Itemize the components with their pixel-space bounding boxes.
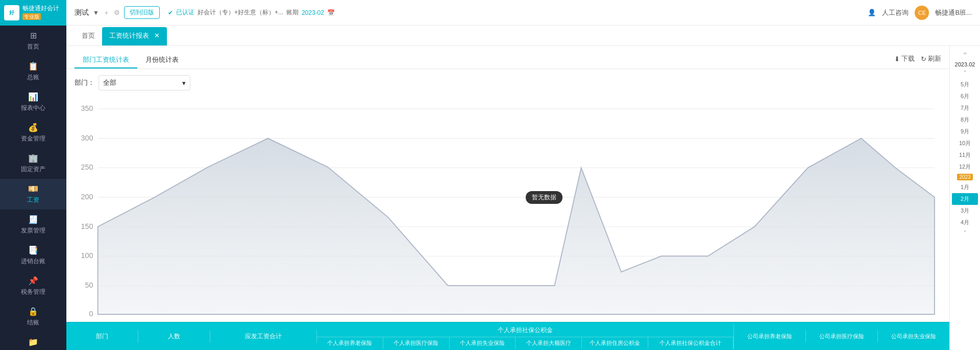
side-up-icon[interactable]: ˄: [963, 68, 967, 79]
side-month-10[interactable]: 10月: [950, 137, 980, 149]
sidebar-label-sales: 进销台账: [21, 257, 45, 266]
side-month-11[interactable]: 11月: [950, 149, 980, 161]
closing-icon: 🔒: [28, 307, 38, 316]
sub-tab-dept[interactable]: 部门工资统计表: [75, 52, 137, 68]
reports-icon: 📊: [28, 92, 38, 102]
sidebar-label-invoice: 发票管理: [21, 226, 45, 235]
sidebar-item-archive[interactable]: 📁归档管理: [0, 332, 66, 350]
col-total-label: 应发工资合计: [245, 332, 282, 341]
sub-tab-monthly[interactable]: 月份统计表: [137, 52, 187, 68]
status-text: 已认证: [176, 8, 194, 17]
tab-home-label: 首页: [82, 32, 95, 39]
sub-tabs: 部门工资统计表 月份统计表 ⬇ 下载 ↻ 刷新: [66, 46, 949, 69]
group-personal-cols: 个人承担养老保险 个人承担医疗保险 个人承担失业保险 个人承担大额医疗 个人承担…: [317, 337, 733, 349]
side-month-9[interactable]: 9月: [950, 126, 980, 137]
archive-icon: 📁: [28, 337, 38, 347]
logo-text: 畅捷通好会计 专业版: [22, 5, 59, 20]
content-main: 部门工资统计表 月份统计表 ⬇ 下载 ↻ 刷新: [66, 46, 949, 350]
side-year-label[interactable]: 2023.02: [953, 60, 977, 68]
side-down-icon[interactable]: ˅: [963, 228, 967, 239]
col-medical: 个人承担医疗保险: [383, 337, 450, 349]
filter-value: 全部: [103, 78, 116, 87]
svg-text:100: 100: [81, 251, 93, 260]
sidebar-item-salary[interactable]: 💴工资: [0, 179, 66, 209]
sidebar-label-ledger: 总账: [27, 73, 39, 82]
sidebar-item-sales[interactable]: 📑进销台账: [0, 240, 66, 271]
logo-name: 畅捷通好会计: [22, 5, 59, 13]
svg-text:300: 300: [81, 134, 93, 142]
sales-icon: 📑: [28, 245, 38, 255]
side-month-12[interactable]: 12月: [950, 161, 980, 173]
col-unemployment: 个人承担失业保险: [450, 337, 516, 349]
svg-text:250: 250: [81, 163, 93, 171]
side-month-5[interactable]: 5月: [950, 79, 980, 90]
add-icon[interactable]: ＋: [103, 8, 110, 17]
help-label[interactable]: 人工咨询: [882, 8, 909, 17]
salary-icon: 💴: [28, 184, 38, 194]
table-header: 部门 人数 应发工资合计 个人承担社保公积金 个人承担养老保险 个人承担医疗保险…: [66, 322, 949, 350]
tab-salary-report[interactable]: 工资统计报表 ✕: [102, 27, 167, 45]
sidebar-item-funds[interactable]: 💰资金管理: [0, 118, 66, 148]
main-area: 测试 ▼ ＋ ⚙ 切到旧版 ✔ 已认证 好会计（专）+好生意（标）+... 账期…: [66, 0, 980, 350]
sidebar-item-tax[interactable]: 📌税务管理: [0, 271, 66, 301]
content-area: 部门工资统计表 月份统计表 ⬇ 下载 ↻ 刷新: [66, 46, 980, 350]
sidebar-item-assets[interactable]: 🏢固定资产: [0, 148, 66, 179]
sidebar-item-home[interactable]: ⊞首页: [0, 26, 66, 56]
col-company-medical: 公司承担医疗保险: [806, 331, 878, 342]
side-month-6[interactable]: 6月: [950, 90, 980, 102]
col-count-label: 人数: [168, 332, 180, 341]
status-check-icon: ✔: [168, 9, 173, 16]
download-btn[interactable]: ⬇ 下载: [894, 54, 915, 63]
side-month-4[interactable]: 4月: [950, 217, 980, 228]
header-tags: 好会计（专）+好生意（标）+...: [198, 8, 283, 17]
side-year-2023-badge[interactable]: 2023: [957, 174, 972, 180]
sub-tab-dept-label: 部门工资统计表: [83, 56, 129, 63]
tab-home[interactable]: 首页: [75, 27, 102, 45]
period-value: 2023-02: [302, 9, 324, 16]
header: 测试 ▼ ＋ ⚙ 切到旧版 ✔ 已认证 好会计（专）+好生意（标）+... 账期…: [66, 0, 980, 26]
calendar-icon[interactable]: 📅: [327, 9, 335, 16]
chart-container: 350 300 250 200 150 100 50: [66, 97, 949, 322]
header-dropdown[interactable]: ▼: [93, 9, 99, 16]
side-month-8[interactable]: 8月: [950, 114, 980, 126]
sidebar-label-salary: 工资: [27, 196, 39, 204]
col-count: 人数: [138, 330, 210, 343]
tab-close-icon[interactable]: ✕: [154, 32, 160, 39]
col-pension: 个人承担养老保险: [317, 337, 383, 349]
side-month-7[interactable]: 7月: [950, 102, 980, 114]
funds-icon: 💰: [28, 123, 38, 132]
col-personal-total: 个人承担社保公积金合计: [648, 337, 733, 349]
refresh-btn[interactable]: ↻ 刷新: [921, 54, 941, 63]
sidebar-item-ledger[interactable]: 📋总账: [0, 56, 66, 87]
tax-icon: 📌: [28, 276, 38, 286]
logo-icon: 好: [4, 5, 19, 20]
side-scroll-up-icon[interactable]: ⌃: [962, 50, 968, 60]
svg-text:200: 200: [81, 193, 93, 201]
filter-row: 部门： 全部 ▾: [66, 69, 949, 97]
logo: 好 畅捷通好会计 专业版: [0, 0, 66, 26]
sidebar-label-funds: 资金管理: [21, 134, 45, 143]
col-total: 应发工资合计: [210, 330, 317, 343]
refresh-icon: ↻: [921, 55, 926, 63]
col-group-personal: 个人承担社保公积金 个人承担养老保险 个人承担医疗保险 个人承担失业保险 个人承…: [317, 324, 734, 349]
sidebar-item-reports[interactable]: 📊报表中心: [0, 87, 66, 118]
download-label: 下载: [901, 54, 915, 63]
side-month-2[interactable]: 2月: [952, 193, 978, 205]
col-company-unemployment: 公司承担失业保险: [878, 331, 949, 342]
user-name[interactable]: 畅捷通B班...: [935, 8, 972, 17]
sidebar-label-home: 首页: [27, 42, 39, 51]
side-month-3[interactable]: 3月: [950, 205, 980, 217]
side-month-1[interactable]: 1月: [950, 181, 980, 193]
sidebar-label-reports: 报表中心: [21, 104, 45, 112]
gear-icon[interactable]: ⚙: [114, 9, 120, 16]
svg-text:150: 150: [81, 222, 93, 230]
sidebar-item-invoice[interactable]: 🧾发票管理: [0, 209, 66, 240]
filter-select[interactable]: 全部 ▾: [99, 75, 190, 90]
svg-text:350: 350: [81, 104, 93, 112]
col-major-medical: 个人承担大额医疗: [516, 337, 582, 349]
download-icon: ⬇: [894, 55, 900, 63]
sidebar-item-closing[interactable]: 🔒结账: [0, 301, 66, 332]
switch-btn[interactable]: 切到旧版: [124, 6, 160, 19]
avatar: CE: [915, 6, 929, 20]
invoice-icon: 🧾: [28, 215, 38, 224]
